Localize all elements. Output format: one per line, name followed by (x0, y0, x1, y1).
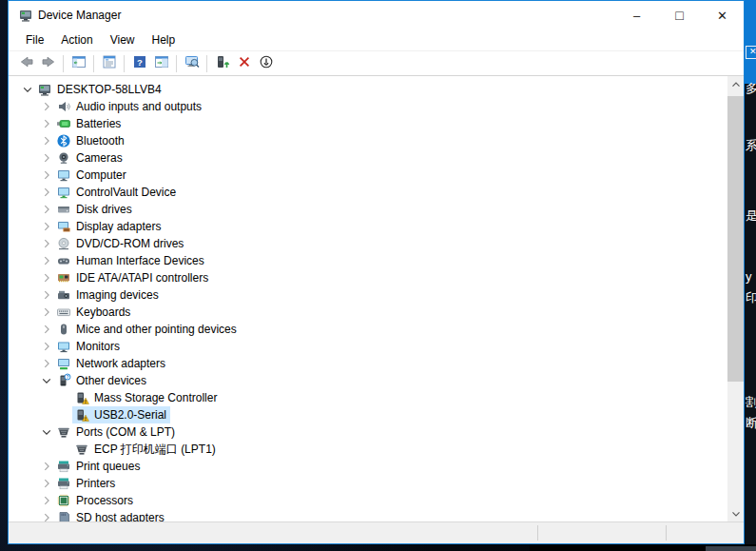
tree-item-ports-com-lpt[interactable]: Ports (COM & LPT) (54, 423, 179, 441)
chevron-collapsed-icon[interactable] (39, 116, 54, 131)
tree-item-monitors[interactable]: Monitors (54, 338, 124, 355)
tree-row-printers[interactable]: Printers (9, 475, 727, 492)
menu-help[interactable]: Help (144, 31, 184, 49)
tree-item-printers[interactable]: Printers (54, 475, 119, 492)
tree-row-desktop-58llvb4[interactable]: DESKTOP-58LLVB4 (9, 81, 727, 98)
toolbar-export-list-button[interactable] (150, 53, 172, 74)
tree-item-cameras[interactable]: Cameras (54, 149, 126, 167)
tree-item-disk-drives[interactable]: Disk drives (54, 201, 136, 218)
tree-row-display-adapters[interactable]: Display adapters (9, 218, 727, 235)
menu-file[interactable]: File (17, 31, 52, 49)
tree-row-mass-storage-controller[interactable]: Mass Storage Controller (9, 389, 727, 406)
tree-row-other-devices[interactable]: ?Other devices (9, 372, 727, 389)
chevron-collapsed-icon[interactable] (39, 322, 54, 337)
maximize-button[interactable]: □ (658, 1, 701, 30)
tree-item-other-devices[interactable]: ?Other devices (54, 372, 150, 389)
tree-row-batteries[interactable]: Batteries (9, 115, 727, 132)
tree-row-sd-host-adapters[interactable]: SD host adapters (9, 509, 727, 521)
chevron-collapsed-icon[interactable] (39, 219, 54, 234)
tree-item-print-queues[interactable]: Print queues (54, 458, 144, 475)
toolbar-forward-button[interactable] (37, 53, 59, 74)
tree-row-human-interface-devices[interactable]: Human Interface Devices (9, 252, 727, 269)
chevron-collapsed-icon[interactable] (39, 287, 54, 303)
tree-row-audio-inputs-and-outputs[interactable]: Audio inputs and outputs (9, 98, 727, 115)
toolbar-update-driver-button[interactable] (211, 53, 233, 74)
tree-row-dvd-cd-rom-drives[interactable]: DVD/CD-ROM drives (9, 235, 727, 252)
chevron-collapsed-icon[interactable] (39, 150, 54, 166)
chevron-collapsed-icon[interactable] (39, 356, 54, 371)
tree-item-mice-and-other-pointing-devices[interactable]: Mice and other pointing devices (54, 321, 241, 338)
chevron-collapsed-icon[interactable] (39, 493, 54, 508)
tree-row-mice-and-other-pointing-devices[interactable]: Mice and other pointing devices (9, 321, 727, 338)
tree-row-bluetooth[interactable]: Bluetooth (9, 132, 727, 149)
tree-item-controlvault-device[interactable]: ControlVault Device (54, 184, 180, 201)
tree-row-computer[interactable]: Computer (9, 167, 727, 184)
chevron-collapsed-icon[interactable] (39, 133, 54, 148)
toolbar-help-button[interactable]: ? (128, 53, 150, 74)
tree-item-display-adapters[interactable]: Display adapters (54, 218, 165, 235)
chevron-collapsed-icon[interactable] (39, 459, 54, 474)
tree-row-monitors[interactable]: Monitors (9, 338, 727, 355)
tree-row-controlvault-device[interactable]: ControlVault Device (9, 184, 727, 201)
chevron-collapsed-icon[interactable] (39, 339, 54, 354)
tree-item-network-adapters[interactable]: Network adapters (54, 355, 169, 372)
tree-row-processors[interactable]: Processors (9, 492, 727, 509)
chevron-collapsed-icon[interactable] (39, 305, 54, 320)
scroll-down-button[interactable] (727, 505, 744, 521)
tree-item-sd-host-adapters[interactable]: SD host adapters (54, 509, 168, 521)
chevron-collapsed-icon[interactable] (39, 476, 54, 491)
chevron-collapsed-icon[interactable] (39, 167, 54, 183)
tree-row-network-adapters[interactable]: Network adapters (9, 355, 727, 372)
chevron-collapsed-icon[interactable] (39, 185, 54, 200)
tree-item-human-interface-devices[interactable]: Human Interface Devices (54, 252, 208, 269)
tree-row-cameras[interactable]: Cameras (9, 149, 727, 167)
chevron-collapsed-icon[interactable] (39, 270, 54, 285)
menu-view[interactable]: View (102, 31, 144, 49)
chevron-collapsed-icon[interactable] (39, 236, 54, 251)
chevron-collapsed-icon[interactable] (39, 253, 54, 268)
tree-item-usb2-0-serial[interactable]: USB2.0-Serial (72, 406, 170, 423)
background-window-titlebar (745, 0, 756, 84)
chevron-collapsed-icon[interactable] (39, 510, 54, 521)
tree-item-bluetooth[interactable]: Bluetooth (54, 132, 128, 149)
toolbar-disable-device-button[interactable] (255, 53, 277, 74)
tree-row-ports-com-lpt[interactable]: Ports (COM & LPT) (9, 423, 727, 441)
chevron-collapsed-icon[interactable] (39, 99, 54, 114)
tree-item-label: Batteries (76, 115, 121, 132)
minimize-button[interactable]: – (615, 1, 658, 30)
tree-row-ecp-lpt1[interactable]: ECP 打印机端口 (LPT1) (9, 441, 727, 458)
tree-item-mass-storage-controller[interactable]: Mass Storage Controller (72, 389, 221, 406)
tree-item-computer[interactable]: Computer (54, 167, 130, 184)
close-button[interactable]: ✕ (701, 1, 744, 30)
toolbar-scan-hardware-changes-button[interactable] (181, 53, 203, 74)
chevron-expanded-icon[interactable] (39, 373, 54, 388)
tree-item-ecp-lpt1[interactable]: ECP 打印机端口 (LPT1) (72, 441, 220, 458)
tree-row-keyboards[interactable]: Keyboards (9, 304, 727, 321)
tree-item-imaging-devices[interactable]: Imaging devices (54, 286, 163, 304)
chevron-expanded-icon[interactable] (39, 424, 54, 440)
tree-item-desktop-58llvb4[interactable]: DESKTOP-58LLVB4 (35, 81, 165, 98)
toolbar-back-button[interactable] (15, 53, 37, 74)
tree-item-audio-inputs-and-outputs[interactable]: Audio inputs and outputs (54, 98, 205, 115)
toolbar-properties-button[interactable] (98, 53, 120, 74)
tree-row-disk-drives[interactable]: Disk drives (9, 201, 727, 218)
scroll-up-button[interactable] (727, 76, 744, 92)
tree-item-processors[interactable]: Processors (54, 492, 137, 509)
toolbar-uninstall-device-button[interactable] (233, 53, 255, 74)
chevron-collapsed-icon[interactable] (39, 202, 54, 217)
menu-action[interactable]: Action (52, 31, 101, 49)
tree-item-ide-ata-atapi-controllers[interactable]: IDE ATA/ATAPI controllers (54, 269, 212, 286)
tree-row-imaging-devices[interactable]: Imaging devices (9, 286, 727, 304)
tree-row-ide-ata-atapi-controllers[interactable]: IDE ATA/ATAPI controllers (9, 269, 727, 286)
tree-item-label: Network adapters (76, 355, 165, 372)
scrollbar-thumb[interactable] (727, 96, 744, 382)
tree-item-dvd-cd-rom-drives[interactable]: DVD/CD-ROM drives (54, 235, 187, 252)
toolbar-show-console-tree-button[interactable] (68, 53, 89, 74)
tree-row-print-queues[interactable]: Print queues (9, 458, 727, 475)
tree-item-batteries[interactable]: Batteries (54, 115, 125, 132)
chevron-expanded-icon[interactable] (20, 82, 35, 97)
vertical-scrollbar[interactable] (727, 76, 744, 521)
tree-item-label: ECP 打印机端口 (LPT1) (94, 441, 216, 458)
tree-row-usb2-0-serial[interactable]: USB2.0-Serial (9, 406, 727, 423)
tree-item-keyboards[interactable]: Keyboards (54, 304, 134, 321)
